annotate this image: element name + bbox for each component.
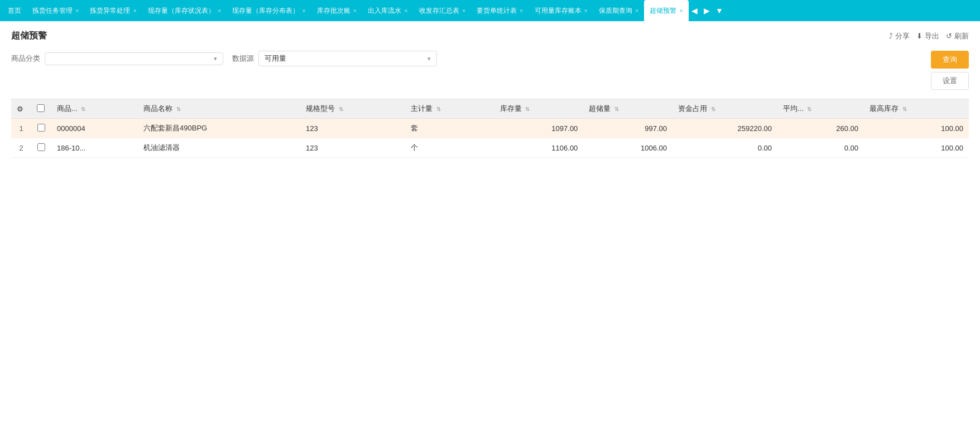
nav-tab-inout-flow[interactable]: 出入库流水 × — [362, 0, 413, 21]
close-tab-overstock[interactable]: × — [679, 7, 683, 14]
col-avg-header[interactable]: 平均... ⇅ — [777, 99, 864, 119]
close-tab-collect[interactable]: × — [462, 7, 465, 14]
datasource-select[interactable]: 可用量 ▾ — [258, 51, 437, 66]
row-gear-1: 2 — [11, 138, 31, 158]
nav-tab-order-stat[interactable]: 要货单统计表 × — [471, 0, 529, 21]
header-actions: ⤴ 分享 ⬇ 导出 ↺ 刷新 — [889, 31, 969, 41]
sort-icon-spec: ⇅ — [339, 106, 343, 112]
sort-icon-product-code: ⇅ — [81, 106, 85, 112]
close-tab-abnormal[interactable]: × — [133, 7, 136, 14]
nav-tab-inventory-status[interactable]: 现存量（库存状况表） × — [142, 0, 227, 21]
table-row: 2 186-10... 机油滤清器 123 个 1106.00 1006.00 … — [11, 138, 969, 158]
refresh-button[interactable]: ↺ 刷新 — [946, 31, 969, 41]
query-button[interactable]: 查询 — [931, 51, 969, 69]
cell-product-name-0: 六配套新昌490BPG — [138, 119, 300, 138]
col-unit-header[interactable]: 主计量 ⇅ — [405, 99, 494, 119]
nav-tab-batch[interactable]: 库存批次账 × — [311, 0, 362, 21]
category-filter: 商品分类 ▾ — [11, 52, 223, 65]
page-content: 超储预警 ⤴ 分享 ⬇ 导出 ↺ 刷新 商品分类 — [0, 21, 980, 446]
cell-product-name-1: 机油滤清器 — [138, 138, 300, 158]
nav-more-arrow[interactable]: ▼ — [713, 0, 726, 21]
nav-tab-overstock[interactable]: 超储预警 × — [644, 0, 688, 21]
close-tab-batch[interactable]: × — [353, 7, 357, 14]
share-button[interactable]: ⤴ 分享 — [889, 31, 910, 41]
col-max-stock-header[interactable]: 最高库存 ⇅ — [864, 99, 969, 119]
close-tab-expiry[interactable]: × — [635, 7, 638, 14]
sort-icon-product-name: ⇅ — [176, 106, 181, 112]
nav-tab-inventory-dist[interactable]: 现存量（库存分布表） × — [227, 0, 311, 21]
top-navigation: 首页 拣货任务管理 × 拣货异常处理 × 现存量（库存状况表） × 现存量（库存… — [0, 0, 980, 21]
row-checkbox-1[interactable] — [37, 143, 45, 151]
cell-product-code-0: 0000004 — [51, 119, 138, 138]
datasource-dropdown-arrow: ▾ — [427, 55, 431, 62]
table-header-row: ⚙ 商品... ⇅ 商品名称 ⇅ 规格型号 ⇅ 主计量 — [11, 99, 969, 119]
row-checkbox-0[interactable] — [37, 124, 45, 132]
cell-spec-1: 123 — [300, 138, 405, 158]
col-product-name-header[interactable]: 商品名称 ⇅ — [138, 99, 300, 119]
cell-overstock-0: 997.00 — [583, 119, 672, 138]
refresh-icon: ↺ — [946, 32, 952, 40]
datasource-filter: 数据源 可用量 ▾ — [232, 51, 437, 66]
close-tab-available-inv[interactable]: × — [584, 7, 588, 14]
col-overstock-header[interactable]: 超储量 ⇅ — [583, 99, 672, 119]
cell-stock-0: 1097.00 — [494, 119, 584, 138]
settings-button[interactable]: 设置 — [931, 72, 969, 90]
gear-icon: ⚙ — [17, 105, 23, 113]
sort-icon-overstock: ⇅ — [614, 106, 619, 112]
cell-spec-0: 123 — [300, 119, 405, 138]
nav-tab-home[interactable]: 首页 — [2, 0, 27, 21]
select-all-checkbox[interactable] — [37, 104, 45, 112]
cell-overstock-1: 1006.00 — [583, 138, 672, 158]
row-gear-0: 1 — [11, 119, 31, 138]
nav-prev-arrow[interactable]: ◀ — [689, 0, 701, 21]
sort-icon-unit: ⇅ — [436, 106, 441, 112]
datasource-value: 可用量 — [265, 54, 286, 64]
datasource-label: 数据源 — [232, 54, 254, 64]
export-button[interactable]: ⬇ 导出 — [916, 31, 939, 41]
cell-max-stock-1: 100.00 — [864, 138, 969, 158]
close-tab-order-stat[interactable]: × — [520, 7, 523, 14]
row-checkbox-cell-1[interactable] — [31, 138, 51, 158]
nav-tab-collect[interactable]: 收发存汇总表 × — [414, 0, 471, 21]
table-row: 1 0000004 六配套新昌490BPG 123 套 1097.00 997.… — [11, 119, 969, 138]
share-icon: ⤴ — [889, 32, 893, 40]
col-capital-header[interactable]: 资金占用 ⇅ — [672, 99, 777, 119]
category-label: 商品分类 — [11, 54, 40, 64]
cell-max-stock-0: 100.00 — [864, 119, 969, 138]
col-stock-header[interactable]: 库存量 ⇅ — [494, 99, 584, 119]
cell-capital-1: 0.00 — [672, 138, 777, 158]
cell-capital-0: 259220.00 — [672, 119, 777, 138]
cell-avg-0: 260.00 — [777, 119, 864, 138]
overstock-table: ⚙ 商品... ⇅ 商品名称 ⇅ 规格型号 ⇅ 主计量 — [11, 99, 969, 158]
sort-icon-avg: ⇅ — [807, 106, 811, 112]
cell-product-code-1: 186-10... — [51, 138, 138, 158]
col-gear-header[interactable]: ⚙ — [11, 99, 31, 119]
col-spec-header[interactable]: 规格型号 ⇅ — [300, 99, 405, 119]
close-tab-inventory-dist[interactable]: × — [302, 7, 305, 14]
sort-icon-capital: ⇅ — [711, 106, 715, 112]
category-dropdown-arrow: ▾ — [214, 55, 217, 62]
close-tab-task-mgmt[interactable]: × — [75, 7, 79, 14]
category-select[interactable]: ▾ — [45, 52, 223, 65]
nav-tab-abnormal[interactable]: 拣货异常处理 × — [84, 0, 142, 21]
export-icon: ⬇ — [916, 32, 923, 40]
col-product-code-header[interactable]: 商品... ⇅ — [51, 99, 138, 119]
nav-next-arrow[interactable]: ▶ — [701, 0, 713, 21]
page-header: 超储预警 ⤴ 分享 ⬇ 导出 ↺ 刷新 — [11, 30, 969, 42]
nav-tab-task-mgmt[interactable]: 拣货任务管理 × — [27, 0, 84, 21]
cell-unit-0: 套 — [405, 119, 494, 138]
page-title: 超储预警 — [11, 30, 47, 42]
close-tab-inout-flow[interactable]: × — [404, 7, 407, 14]
nav-tab-expiry[interactable]: 保质期查询 × — [593, 0, 644, 21]
sort-icon-stock: ⇅ — [525, 106, 530, 112]
cell-unit-1: 个 — [405, 138, 494, 158]
row-checkbox-cell-0[interactable] — [31, 119, 51, 138]
sort-icon-max-stock: ⇅ — [902, 106, 907, 112]
close-tab-inventory-status[interactable]: × — [218, 7, 221, 14]
nav-tab-available-inv[interactable]: 可用量库存账本 × — [529, 0, 593, 21]
cell-avg-1: 0.00 — [777, 138, 864, 158]
col-checkbox-header[interactable] — [31, 99, 51, 119]
cell-stock-1: 1106.00 — [494, 138, 584, 158]
